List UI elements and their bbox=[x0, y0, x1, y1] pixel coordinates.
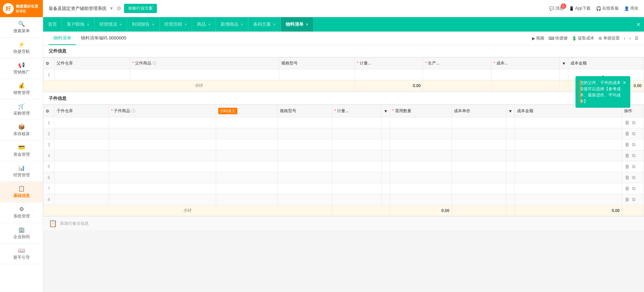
delete-icon-1[interactable]: 🗑 bbox=[625, 120, 630, 125]
child-qty-3[interactable] bbox=[390, 139, 451, 150]
child-scan-2[interactable] bbox=[216, 128, 278, 139]
tab-history-close[interactable]: ✕ bbox=[184, 23, 187, 26]
delete-icon-8[interactable]: 🗑 bbox=[625, 197, 630, 202]
shortcut-btn[interactable]: ⌨ 快捷键 bbox=[548, 35, 568, 41]
sub-tab-bom-list[interactable]: 物料清单 bbox=[49, 32, 76, 45]
copy-icon-7[interactable]: ⧉ bbox=[632, 186, 635, 191]
child-unitcost-7[interactable] bbox=[451, 183, 506, 194]
child-drop2-4[interactable] bbox=[506, 150, 515, 161]
info-icon[interactable]: ⓘ bbox=[152, 61, 156, 65]
tooltip-close[interactable]: ✕ bbox=[623, 80, 626, 86]
child-wh-3[interactable] bbox=[54, 139, 109, 150]
child-scan-1[interactable] bbox=[216, 117, 278, 128]
child-amount-8[interactable] bbox=[515, 194, 622, 205]
parent-col-dropdown[interactable]: ▼ bbox=[560, 58, 568, 69]
app-download-btn[interactable]: 📱 App下载 bbox=[569, 5, 591, 11]
online-service-btn[interactable]: 🎧 在线客服 bbox=[596, 5, 619, 11]
child-col-dropdown2[interactable]: ▼ bbox=[506, 105, 515, 117]
tab-history[interactable]: 经营历程 ✕ bbox=[160, 17, 192, 32]
tab-profit[interactable]: 利润报告 ✕ bbox=[127, 17, 160, 32]
child-qty-6[interactable] bbox=[390, 172, 451, 183]
message-btn[interactable]: 💬 消息 6 bbox=[549, 5, 564, 11]
child-scan-5[interactable] bbox=[216, 161, 278, 172]
child-drop2-8[interactable] bbox=[506, 194, 515, 205]
view-btn[interactable]: ▶ 视频 bbox=[532, 35, 544, 41]
nav-next-btn[interactable]: › bbox=[629, 36, 631, 41]
child-drop2-1[interactable] bbox=[506, 117, 515, 128]
sub-tab-bom-code[interactable]: 物料清单编码 0000005 bbox=[76, 32, 131, 45]
parent-cost-cell[interactable] bbox=[491, 69, 559, 80]
child-drop-2[interactable] bbox=[381, 128, 390, 139]
child-goods-4[interactable] bbox=[109, 150, 216, 161]
child-qty-4[interactable] bbox=[390, 150, 451, 161]
tab-barcode[interactable]: 条码方案 ✕ bbox=[248, 17, 281, 32]
sidebar-item-sales[interactable]: 💰 销售管理 bbox=[0, 79, 43, 100]
child-amount-5[interactable] bbox=[515, 161, 622, 172]
tab-operation[interactable]: 经营情况 ✕ bbox=[95, 17, 127, 32]
tab-goods[interactable]: 商品 ✕ bbox=[192, 17, 216, 32]
child-spec-7[interactable] bbox=[278, 183, 332, 194]
delete-icon-2[interactable]: 🗑 bbox=[625, 131, 630, 136]
child-drop2-7[interactable] bbox=[506, 183, 515, 194]
tab-new-goods[interactable]: 新增商品 ✕ bbox=[216, 17, 248, 32]
child-drop2-2[interactable] bbox=[506, 128, 515, 139]
child-scan-6[interactable] bbox=[216, 172, 278, 183]
child-scan-4[interactable] bbox=[216, 150, 278, 161]
child-goods-7[interactable] bbox=[109, 183, 216, 194]
user-btn[interactable]: 👤 用友 bbox=[624, 5, 639, 11]
parent-dropdown-cell[interactable] bbox=[560, 69, 568, 80]
copy-icon-8[interactable]: ⧉ bbox=[632, 197, 635, 202]
delete-icon-6[interactable]: 🗑 bbox=[625, 175, 630, 180]
child-qty-2[interactable] bbox=[390, 128, 451, 139]
copy-icon-2[interactable]: ⧉ bbox=[632, 131, 635, 136]
sidebar-item-enterprise[interactable]: 🏢 企业协同 bbox=[0, 223, 43, 244]
copy-icon-1[interactable]: ⧉ bbox=[632, 120, 635, 125]
child-col-settings[interactable]: ⚙ bbox=[44, 105, 54, 117]
child-unitcost-1[interactable] bbox=[451, 117, 506, 128]
sidebar-item-guide[interactable]: 📖 新手引导 bbox=[0, 244, 43, 264]
sidebar-item-marketing[interactable]: 📢 营销推广 bbox=[0, 58, 43, 79]
child-qty-8[interactable] bbox=[390, 194, 451, 205]
tab-barcode-close[interactable]: ✕ bbox=[273, 23, 276, 26]
child-unit-6[interactable] bbox=[332, 172, 382, 183]
single-settings-btn[interactable]: ⚙ 单据设置 bbox=[598, 35, 620, 41]
copy-icon-3[interactable]: ⧉ bbox=[632, 142, 635, 147]
child-col-dropdown[interactable]: ▼ bbox=[381, 105, 390, 117]
child-drop-8[interactable] bbox=[381, 194, 390, 205]
child-unit-2[interactable] bbox=[332, 128, 382, 139]
child-unit-5[interactable] bbox=[332, 161, 382, 172]
sidebar-item-purchase[interactable]: 🛒 采购管理 bbox=[0, 100, 43, 120]
child-wh-6[interactable] bbox=[54, 172, 109, 183]
delete-icon-3[interactable]: 🗑 bbox=[625, 142, 630, 147]
child-drop-1[interactable] bbox=[381, 117, 390, 128]
parent-production-cell[interactable] bbox=[423, 69, 491, 80]
child-amount-7[interactable] bbox=[515, 183, 622, 194]
parent-spec-cell[interactable] bbox=[279, 69, 355, 80]
extract-cost-btn[interactable]: 💲 提取成本 bbox=[572, 35, 594, 41]
child-wh-7[interactable] bbox=[54, 183, 109, 194]
child-spec-6[interactable] bbox=[278, 172, 332, 183]
child-drop2-6[interactable] bbox=[506, 172, 515, 183]
tab-operation-close[interactable]: ✕ bbox=[119, 23, 122, 26]
parent-goods-cell[interactable] bbox=[130, 69, 279, 80]
add-row-icon[interactable]: 📋 bbox=[49, 219, 57, 227]
child-amount-6[interactable] bbox=[515, 172, 622, 183]
sidebar-item-finance[interactable]: 💳 资金管理 bbox=[0, 141, 43, 161]
copy-icon-6[interactable]: ⧉ bbox=[632, 175, 635, 180]
child-wh-2[interactable] bbox=[54, 128, 109, 139]
child-unit-1[interactable] bbox=[332, 117, 382, 128]
child-amount-4[interactable] bbox=[515, 150, 622, 161]
child-wh-8[interactable] bbox=[54, 194, 109, 205]
child-spec-1[interactable] bbox=[278, 117, 332, 128]
child-qty-5[interactable] bbox=[390, 161, 451, 172]
child-goods-6[interactable] bbox=[109, 172, 216, 183]
child-spec-3[interactable] bbox=[278, 139, 332, 150]
delete-icon-7[interactable]: 🗑 bbox=[625, 186, 630, 191]
parent-warehouse-cell[interactable] bbox=[54, 69, 130, 80]
child-drop2-3[interactable] bbox=[506, 139, 515, 150]
child-amount-1[interactable] bbox=[515, 117, 622, 128]
child-goods-1[interactable] bbox=[109, 117, 216, 128]
child-goods-2[interactable] bbox=[109, 128, 216, 139]
menu-btn[interactable]: ☰ bbox=[635, 36, 639, 41]
child-drop-5[interactable] bbox=[381, 161, 390, 172]
